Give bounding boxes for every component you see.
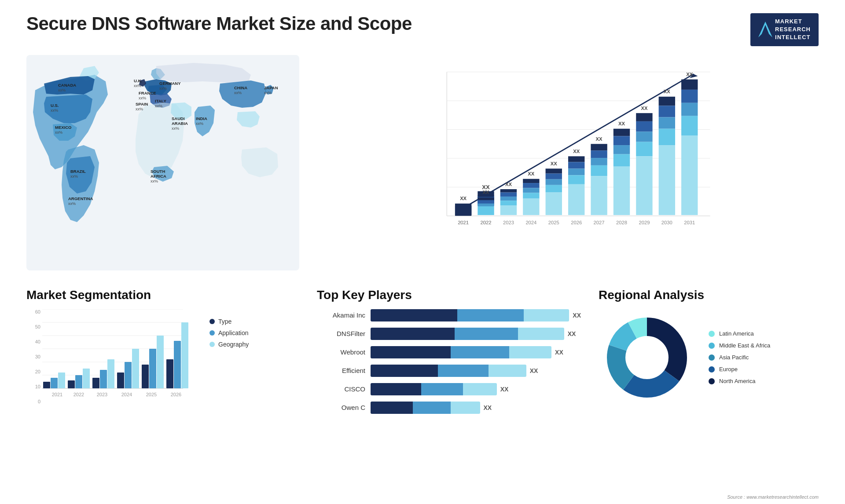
svg-text:XX: XX: [596, 136, 603, 141]
svg-rect-76: [614, 154, 630, 166]
svg-rect-48: [523, 193, 539, 198]
map-sublabel-southafrica: xx%: [151, 179, 158, 183]
svg-rect-39: [500, 192, 517, 196]
svg-text:2024: 2024: [525, 219, 536, 225]
world-map-svg: CANADA xx% U.S. xx% MEXICO xx% BRAZIL xx…: [26, 55, 299, 270]
map-section: CANADA xx% U.S. xx% MEXICO xx% BRAZIL xx…: [26, 55, 299, 270]
map-label-southafrica2: AFRICA: [151, 174, 166, 179]
svg-rect-70: [591, 176, 607, 215]
map-label-france: FRANCE: [139, 91, 156, 95]
player-bar-seg2-dnsfilter: [455, 328, 518, 340]
player-bar-seg3-akamai: [524, 309, 569, 321]
svg-rect-95: [681, 89, 698, 102]
page-title: Secure DNS Software Market Size and Scop…: [26, 13, 412, 34]
svg-rect-73: [614, 128, 630, 136]
svg-rect-38: [500, 189, 517, 192]
svg-rect-52: [546, 168, 562, 173]
regional-legend-northamerica: North America: [709, 378, 770, 384]
legend-dot-geography: [209, 342, 215, 347]
player-xx-akamai: XX: [573, 312, 581, 319]
svg-rect-32: [478, 197, 494, 200]
legend-dot-application: [209, 330, 215, 336]
map-sublabel-china: xx%: [234, 91, 242, 95]
svg-rect-81: [636, 121, 652, 131]
seg-y-40: 40: [26, 339, 40, 344]
svg-text:2030: 2030: [661, 219, 672, 225]
svg-rect-67: [591, 150, 607, 158]
svg-rect-84: [636, 156, 652, 215]
regional-label-northamerica: North America: [719, 378, 755, 384]
player-bar-seg2-webroot: [451, 346, 510, 358]
segmentation-section: Market Segmentation 0 10 20 30 40 50 60: [26, 284, 299, 421]
map-label-spain: SPAIN: [136, 102, 148, 106]
svg-text:2028: 2028: [616, 219, 627, 225]
svg-rect-123: [132, 349, 139, 388]
player-bar-webroot: XX: [371, 346, 581, 358]
legend-application: Application: [209, 329, 249, 336]
svg-text:XX: XX: [664, 89, 670, 94]
svg-text:XX: XX: [528, 171, 534, 176]
svg-marker-0: [758, 22, 772, 37]
svg-text:XX: XX: [686, 72, 693, 77]
donut-chart: [599, 309, 695, 406]
map-sublabel-india: xx%: [196, 121, 203, 126]
svg-text:XX: XX: [618, 121, 625, 126]
svg-rect-129: [166, 359, 173, 388]
segmentation-title: Market Segmentation: [26, 288, 299, 302]
svg-rect-114: [75, 375, 82, 388]
map-label-india: INDIA: [196, 116, 207, 121]
player-bar-seg3-dnsfilter: [518, 328, 564, 340]
player-bar-seg3-owenc: [451, 402, 480, 414]
map-label-germany: GERMANY: [159, 81, 181, 86]
svg-rect-59: [568, 156, 584, 162]
svg-rect-96: [681, 102, 698, 116]
legend-dot-type: [209, 319, 215, 324]
legend-label-application: Application: [218, 329, 249, 336]
regional-dot-northamerica: [709, 378, 715, 384]
player-row-akamai: Akamai Inc XX: [317, 309, 581, 321]
map-sublabel-germany: xx%: [159, 86, 167, 91]
player-row-cisco: CISCO XX: [317, 383, 581, 395]
svg-rect-82: [636, 131, 652, 142]
map-label-southafrica: SOUTH: [151, 169, 165, 174]
source-text: Source : www.marketresearchintellect.com: [727, 494, 819, 500]
map-label-argentina: ARGENTINA: [68, 196, 93, 201]
player-row-efficient: Efficient XX: [317, 365, 581, 377]
svg-rect-41: [500, 201, 517, 205]
player-bar-cisco: XX: [371, 383, 581, 395]
players-title: Top Key Players: [317, 288, 581, 302]
map-sublabel-uk: xx%: [134, 84, 141, 88]
svg-rect-75: [614, 145, 630, 154]
player-bar-seg1-cisco: [371, 383, 421, 395]
svg-text:2024: 2024: [121, 392, 132, 397]
map-label-saudi: SAUDI: [172, 116, 185, 121]
donut-hole: [626, 336, 668, 379]
player-bar-akamai: XX: [371, 309, 581, 321]
svg-text:XX: XX: [483, 190, 489, 195]
map-label-uk: U.K.: [134, 78, 142, 83]
player-bar-seg2-owenc: [413, 402, 451, 414]
svg-rect-90: [659, 128, 675, 145]
svg-rect-46: [523, 183, 539, 188]
svg-text:2023: 2023: [97, 392, 107, 397]
svg-rect-109: [43, 382, 50, 388]
svg-text:2031: 2031: [684, 219, 695, 225]
map-sublabel-saudi: xx%: [172, 126, 179, 131]
svg-text:2026: 2026: [571, 219, 582, 225]
player-bar-seg3-efficient: [489, 365, 526, 377]
svg-text:2023: 2023: [503, 219, 514, 225]
player-bar-dnsfilter: XX: [371, 328, 581, 340]
svg-text:2021: 2021: [458, 219, 469, 225]
player-bar-seg2-cisco: [421, 383, 463, 395]
svg-rect-80: [636, 113, 652, 121]
player-bar-efficient: XX: [371, 365, 581, 377]
logo-box: MARKET RESEARCH INTELLECT: [750, 13, 819, 46]
player-xx-owenc: XX: [484, 404, 492, 411]
svg-rect-117: [92, 378, 99, 388]
player-xx-webroot: XX: [555, 349, 563, 356]
player-name-owenc: Owen C: [317, 404, 365, 411]
svg-text:2025: 2025: [146, 392, 157, 397]
player-bar-seg1-dnsfilter: [371, 328, 455, 340]
map-sublabel-argentina: xx%: [68, 201, 76, 206]
svg-rect-53: [546, 173, 562, 179]
